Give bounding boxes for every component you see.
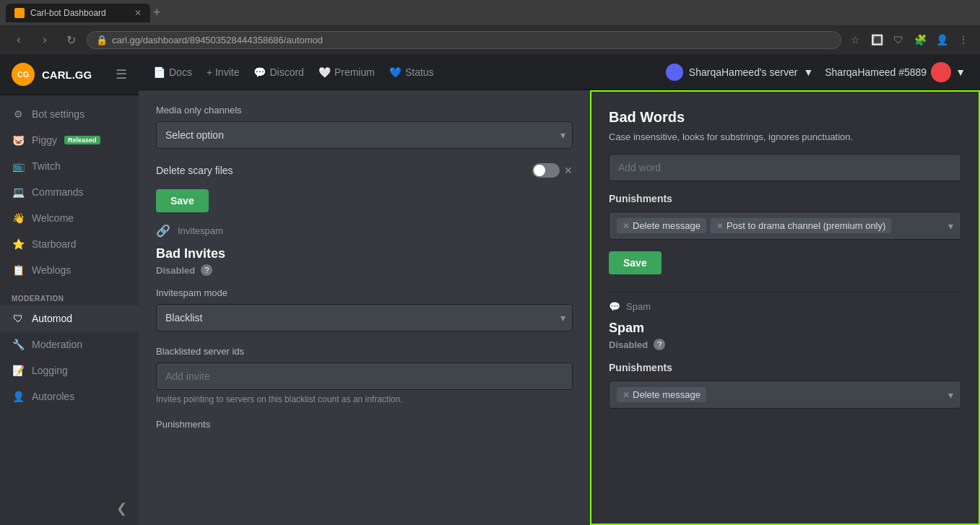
reload-button[interactable]: ↻ bbox=[61, 30, 81, 50]
premium-link[interactable]: 🤍 Premium bbox=[318, 66, 375, 78]
help-icon[interactable]: ? bbox=[201, 264, 212, 276]
spam-title: Spam bbox=[609, 321, 961, 336]
server-selector[interactable]: SharqaHameed's server ▼ bbox=[666, 64, 813, 81]
invitespam-mode-group: Invitespam mode Blacklist ▾ bbox=[156, 287, 573, 331]
address-bar[interactable]: 🔒 carl.gg/dashboard/894503528444358686/a… bbox=[87, 31, 841, 49]
collapse-button[interactable]: ❮ bbox=[110, 498, 133, 519]
sidebar-collapse: ❮ bbox=[0, 492, 139, 525]
tab-title: Carl-bot Dashboard bbox=[30, 8, 106, 18]
spam-tags-dropdown-icon[interactable]: ▾ bbox=[948, 389, 953, 401]
user-circle-icon[interactable]: 👤 bbox=[934, 32, 950, 48]
docs-icon: 📄 bbox=[153, 66, 165, 78]
discord-link[interactable]: 💬 Discord bbox=[253, 66, 303, 78]
sidebar: CG CARL.GG ☰ ⚙ Bot settings 🐷 Piggy Rele… bbox=[0, 54, 139, 525]
bookmark-icon[interactable]: ☆ bbox=[847, 32, 863, 48]
docs-label: Docs bbox=[169, 66, 192, 78]
spam-tags-row: ✕ Delete message ▾ bbox=[609, 381, 961, 409]
sidebar-item-moderation[interactable]: 🔧 Moderation bbox=[0, 331, 139, 357]
bad-words-save-button[interactable]: Save bbox=[609, 251, 662, 274]
active-tab[interactable]: Carl-bot Dashboard ✕ bbox=[6, 4, 150, 22]
user-avatar[interactable] bbox=[931, 62, 951, 82]
sidebar-item-label: Automod bbox=[32, 313, 72, 324]
automod-icon: 🛡 bbox=[12, 313, 25, 324]
add-word-input[interactable] bbox=[609, 154, 961, 181]
tab-bar: Carl-bot Dashboard ✕ + bbox=[0, 0, 980, 25]
sidebar-nav: ⚙ Bot settings 🐷 Piggy Released 📺 Twitch… bbox=[0, 95, 139, 492]
tags-dropdown-icon[interactable]: ▾ bbox=[948, 220, 953, 232]
docs-link[interactable]: 📄 Docs bbox=[153, 66, 192, 78]
sidebar-item-weblogs[interactable]: 📋 Weblogs bbox=[0, 257, 139, 283]
welcome-icon: 👋 bbox=[12, 212, 25, 224]
sidebar-menu-button[interactable]: ☰ bbox=[116, 66, 127, 82]
sidebar-item-autoroles[interactable]: 👤 Autoroles bbox=[0, 383, 139, 409]
released-badge: Released bbox=[64, 136, 100, 144]
twitch-icon: 📺 bbox=[12, 160, 25, 172]
sidebar-item-label: Logging bbox=[32, 365, 68, 376]
top-nav-links: 📄 Docs + Invite 💬 Discord 🤍 Premium bbox=[153, 66, 434, 78]
more-options-icon[interactable]: ⋮ bbox=[955, 32, 971, 48]
invite-link[interactable]: + Invite bbox=[207, 66, 240, 78]
media-only-select[interactable]: Select option bbox=[156, 121, 573, 149]
delete-scary-toggle[interactable]: ✕ bbox=[532, 163, 573, 178]
bad-words-title: Bad Words bbox=[609, 109, 961, 126]
content-inner: Media only channels Select option ▾ Dele… bbox=[139, 90, 590, 450]
sidebar-item-label: Commands bbox=[32, 186, 84, 198]
bad-words-description: Case insensitive, looks for substrings, … bbox=[609, 131, 961, 142]
sidebar-item-bot-settings[interactable]: ⚙ Bot settings bbox=[0, 101, 139, 127]
invitespam-label: Invitespam bbox=[178, 225, 223, 236]
sidebar-logo: CG bbox=[12, 63, 35, 86]
toggle-control[interactable] bbox=[532, 163, 560, 178]
sidebar-item-starboard[interactable]: ⭐ Starboard bbox=[0, 231, 139, 257]
spam-tag-delete: ✕ Delete message bbox=[617, 387, 706, 402]
forward-button[interactable]: › bbox=[35, 30, 55, 50]
weblogs-icon: 📋 bbox=[12, 264, 25, 276]
top-nav: 📄 Docs + Invite 💬 Discord 🤍 Premium bbox=[139, 54, 980, 90]
browser-nav-bar: ‹ › ↻ 🔒 carl.gg/dashboard/89450352844435… bbox=[0, 25, 980, 54]
shield-icon[interactable]: 🛡 bbox=[890, 32, 906, 48]
sidebar-item-label: Twitch bbox=[32, 160, 61, 172]
invite-label: + Invite bbox=[207, 66, 240, 78]
sidebar-item-automod[interactable]: 🛡 Automod bbox=[0, 305, 139, 331]
invitespam-mode-select[interactable]: Blacklist bbox=[156, 304, 573, 331]
spam-help-icon[interactable]: ? bbox=[654, 339, 665, 350]
punishments-label: Punishments bbox=[609, 193, 961, 204]
invitespam-mode-label: Invitespam mode bbox=[156, 287, 573, 298]
server-dropdown-icon: ▼ bbox=[803, 66, 813, 78]
toggle-knob bbox=[534, 165, 545, 176]
puzzle-icon[interactable]: 🧩 bbox=[912, 32, 928, 48]
invitespam-divider: 🔗 Invitespam bbox=[156, 224, 573, 238]
sidebar-item-twitch[interactable]: 📺 Twitch bbox=[0, 153, 139, 179]
sidebar-item-welcome[interactable]: 👋 Welcome bbox=[0, 205, 139, 231]
back-button[interactable]: ‹ bbox=[9, 30, 29, 50]
status-link[interactable]: 💙 Status bbox=[389, 66, 434, 78]
sidebar-item-commands[interactable]: 💻 Commands bbox=[0, 179, 139, 205]
toggle-x-icon[interactable]: ✕ bbox=[564, 165, 573, 176]
spam-tag-x-icon[interactable]: ✕ bbox=[623, 390, 630, 400]
user-dropdown-icon: ▼ bbox=[955, 66, 966, 78]
top-nav-right: SharqaHameed's server ▼ SharqaHameed #58… bbox=[666, 62, 966, 82]
invitespam-icon: 🔗 bbox=[156, 224, 170, 238]
blacklisted-servers-group: Blacklisted server ids Invites pointing … bbox=[156, 346, 573, 404]
new-tab-button[interactable]: + bbox=[153, 5, 161, 20]
tag-drama-x-icon[interactable]: ✕ bbox=[716, 221, 724, 231]
sidebar-item-label: Weblogs bbox=[32, 264, 71, 276]
server-icon bbox=[666, 64, 683, 81]
save-button[interactable]: Save bbox=[156, 189, 209, 212]
spam-divider-label: Spam bbox=[626, 301, 651, 312]
premium-label: Premium bbox=[334, 66, 375, 78]
tab-close-button[interactable]: ✕ bbox=[134, 8, 142, 18]
delete-scary-label: Delete scary files bbox=[156, 165, 233, 176]
blacklisted-label: Blacklisted server ids bbox=[156, 346, 573, 357]
user-name: SharqaHameed #5889 bbox=[825, 66, 927, 78]
premium-icon: 🤍 bbox=[318, 66, 331, 78]
user-info: SharqaHameed #5889 ▼ bbox=[825, 62, 966, 82]
sidebar-item-piggy[interactable]: 🐷 Piggy Released bbox=[0, 127, 139, 153]
tag-delete-x-icon[interactable]: ✕ bbox=[623, 221, 630, 231]
autoroles-icon: 👤 bbox=[12, 391, 25, 402]
bad-words-panel: Bad Words Case insensitive, looks for su… bbox=[590, 90, 980, 525]
bad-invites-title: Bad Invites bbox=[156, 246, 573, 261]
bad-invites-punishments-label: Punishments bbox=[156, 419, 573, 430]
blacklisted-input[interactable] bbox=[156, 363, 573, 390]
sidebar-item-logging[interactable]: 📝 Logging bbox=[0, 357, 139, 383]
extensions-icon[interactable]: 🔳 bbox=[869, 32, 885, 48]
